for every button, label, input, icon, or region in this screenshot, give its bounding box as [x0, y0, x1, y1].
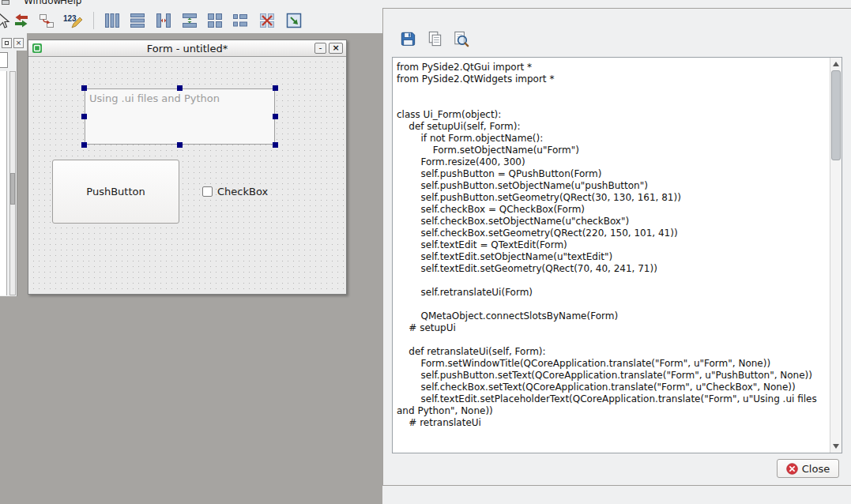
adjust-size-icon: [285, 12, 303, 29]
widgetbox-list: [0, 71, 7, 295]
app-icon: [2, 0, 9, 5]
code-viewer: from PySide2.QtGui import * from PySide2…: [392, 57, 842, 453]
edit-tab-order-icon: 123: [62, 12, 83, 29]
textedit-widget[interactable]: Using .ui files and Python: [85, 88, 275, 145]
selection-handle-top-middle[interactable]: [177, 85, 183, 91]
checkbox-label: CheckBox: [217, 186, 268, 197]
scroll-up-icon[interactable]: [833, 62, 839, 66]
selection-handle-bottom-left[interactable]: [81, 142, 87, 148]
toolbar-separator: [93, 12, 94, 29]
edit-widgets-icon: [0, 12, 10, 29]
dock-close-icon: ×: [16, 39, 22, 47]
widgetbox-filter-input[interactable]: [0, 52, 8, 68]
form-designer-window: Form - untitled* - × Using .ui files and…: [28, 39, 347, 295]
pushbutton-widget[interactable]: PushButton: [52, 160, 179, 224]
selection-handle-top-right[interactable]: [273, 85, 278, 91]
selection-handle-middle-right[interactable]: [273, 114, 278, 119]
code-text[interactable]: from PySide2.QtGui import * from PySide2…: [393, 58, 830, 453]
edit-buddies-button[interactable]: [36, 9, 57, 31]
adjust-size-button[interactable]: [283, 9, 304, 31]
layout-vertical-icon: [129, 12, 146, 29]
copy-icon: [426, 30, 444, 48]
layout-vertical-splitter-button[interactable]: [179, 9, 200, 31]
edit-tab-order-button[interactable]: 123: [61, 9, 85, 31]
code-scrollbar[interactable]: [830, 58, 842, 453]
edit-signals-slots-button[interactable]: [10, 9, 32, 31]
layout-grid-icon: [206, 12, 224, 29]
save-icon: [399, 30, 417, 48]
layout-vertical-button[interactable]: [126, 9, 148, 31]
selection-handle-top-left[interactable]: [81, 85, 87, 91]
edit-signals-slots-icon: [13, 12, 30, 29]
edit-buddies-icon: [38, 12, 55, 29]
layout-horizontal-icon: [104, 12, 121, 29]
checkbox-widget[interactable]: CheckBox: [202, 175, 282, 208]
break-layout-icon: [258, 12, 276, 29]
dock-float-icon: [5, 41, 9, 45]
selection-handle-bottom-right[interactable]: [273, 142, 278, 148]
form-canvas[interactable]: Using .ui files and Python PushButton Ch…: [28, 57, 346, 294]
layout-form-icon: [232, 12, 249, 29]
checkbox-box: [202, 186, 213, 197]
find-button[interactable]: [450, 28, 472, 50]
widgetbox-dock-header: ×: [0, 33, 27, 51]
code-scrollbar-thumb[interactable]: [831, 70, 841, 160]
bottom-panel: <resource root>: [382, 487, 851, 504]
scroll-down-icon[interactable]: [833, 444, 839, 449]
layout-horizontal-button[interactable]: [101, 9, 122, 31]
tab-order-text: 123: [63, 14, 77, 23]
form-minimize-button[interactable]: -: [314, 43, 326, 54]
selection-handle-bottom-middle[interactable]: [177, 142, 183, 148]
widgetbox-scrollbar[interactable]: [9, 71, 16, 295]
copy-button[interactable]: [424, 28, 446, 50]
dock-close-button[interactable]: ×: [13, 38, 24, 48]
form-titlebar[interactable]: Form - untitled* - ×: [28, 40, 346, 57]
menu-window[interactable]: Window: [24, 0, 61, 6]
layout-horizontal-splitter-icon: [155, 12, 172, 29]
selection-handle-middle-left[interactable]: [81, 114, 87, 119]
widgetbox-scrollbar-thumb[interactable]: [10, 173, 15, 205]
form-window-title: Form - untitled*: [28, 43, 346, 55]
break-layout-button[interactable]: [256, 9, 277, 31]
layout-vertical-splitter-icon: [181, 12, 198, 29]
layout-horizontal-splitter-button[interactable]: [153, 9, 174, 31]
textedit-placeholder: Using .ui files and Python: [85, 89, 274, 107]
layout-grid-button[interactable]: [204, 9, 225, 31]
find-icon: [452, 30, 470, 48]
qt-designer-window: Window Help 123: [0, 0, 851, 504]
dock-float-button[interactable]: [2, 38, 12, 48]
menu-help[interactable]: Help: [60, 0, 81, 6]
save-button[interactable]: [397, 28, 419, 50]
dialog-close-icon: [786, 463, 798, 475]
form-close-button[interactable]: ×: [329, 43, 343, 54]
dialog-close-label: Close: [802, 463, 830, 475]
code-preview-dialog: from PySide2.QtGui import * from PySide2…: [382, 8, 851, 486]
layout-form-button[interactable]: [229, 9, 250, 31]
dialog-close-button[interactable]: Close: [777, 459, 839, 478]
menubar: Window Help: [0, 0, 851, 7]
